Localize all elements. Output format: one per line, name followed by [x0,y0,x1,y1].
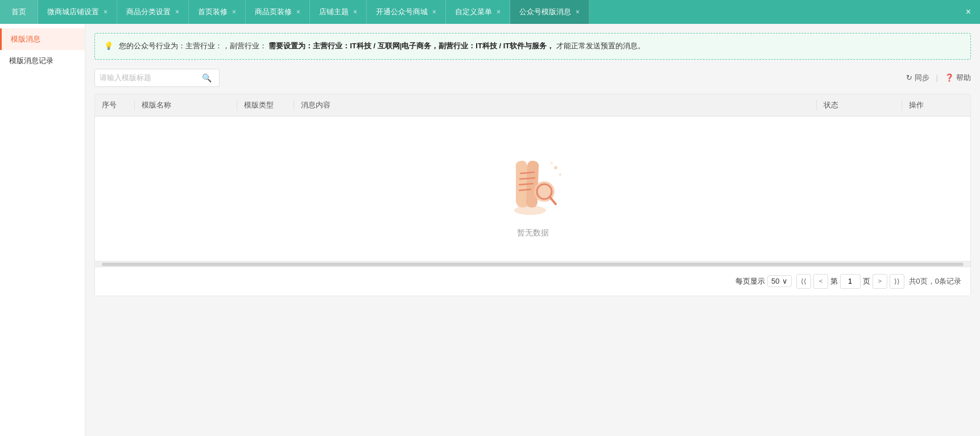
tab-open-wechat-mall-label: 开通公众号商城 [376,7,428,17]
pagination: 每页显示 50 ∨ ⟨⟨ ＜ 第 页 ＞ ⟩⟩ 共0页，0条记录 [95,267,970,296]
tab-homepage-decoration-close[interactable]: × [232,8,236,16]
tab-product-category-close[interactable]: × [175,8,179,16]
tab-home-label: 首页 [11,7,26,17]
svg-point-9 [559,173,561,176]
tab-template-message-label: 公众号模版消息 [519,7,571,17]
prev-page-button[interactable]: ＜ [813,274,828,289]
toolbar: 🔍 ↻ 同步 | ❓ 帮助 [94,69,971,87]
svg-line-7 [550,197,556,204]
info-banner-prefix: 您的公众号行业为：主营行业：，副营行业： [119,41,267,50]
th-name: 模版名称 [135,100,237,110]
tab-wechat-shop[interactable]: 微商城店铺设置 × [38,0,117,24]
search-icon[interactable]: 🔍 [202,73,212,82]
sync-button[interactable]: ↻ 同步 [906,73,929,83]
svg-point-10 [551,162,553,164]
sync-icon: ↻ [906,73,912,82]
page-size-select: 每页显示 50 ∨ [735,275,791,287]
content-area: 💡 您的公众号行业为：主营行业：，副营行业： 需要设置为：主营行业：IT科技 /… [85,24,980,436]
info-banner-suffix: 才能正常发送预置的消息。 [556,41,645,50]
th-content: 消息内容 [294,100,817,110]
main-layout: 模版消息 模版消息记录 💡 您的公众号行业为：主营行业：，副营行业： 需要设置为… [0,24,980,436]
table-header: 序号 模版名称 模版类型 消息内容 状态 操作 [95,94,970,117]
tab-product-decoration-label: 商品页装修 [255,7,292,17]
window-close-button[interactable]: × [957,0,980,24]
th-status: 状态 [817,100,902,110]
th-index: 序号 [95,100,135,110]
tab-shop-theme[interactable]: 店铺主题 × [310,0,367,24]
th-type: 模版类型 [237,100,294,110]
total-info: 共0页，0条记录 [909,276,961,286]
sidebar-item-template-msg-label: 模版消息 [11,35,40,43]
tab-product-category[interactable]: 商品分类设置 × [117,0,189,24]
sidebar-item-template-msg-record[interactable]: 模版消息记录 [0,50,85,72]
tab-custom-menu[interactable]: 自定义菜单 × [446,0,510,24]
tab-wechat-shop-label: 微商城店铺设置 [47,7,99,17]
info-banner: 💡 您的公众号行业为：主营行业：，副营行业： 需要设置为：主营行业：IT科技 /… [94,33,971,60]
info-banner-highlight: 需要设置为：主营行业：IT科技 / 互联网|电子商务，副营行业：IT科技 / I… [268,41,554,50]
empty-text: 暂无数据 [517,228,549,238]
tab-homepage-decoration-label: 首页装修 [198,7,228,17]
svg-point-8 [554,166,557,169]
search-box[interactable]: 🔍 [94,69,220,87]
tab-wechat-shop-close[interactable]: × [104,8,107,16]
sync-label: 同步 [915,73,929,83]
empty-illustration [499,151,567,219]
toolbar-divider: | [936,73,938,82]
tab-custom-menu-label: 自定义菜单 [455,7,492,17]
help-button[interactable]: ❓ 帮助 [945,73,971,83]
tab-shop-theme-close[interactable]: × [353,8,357,16]
tab-product-decoration-close[interactable]: × [296,8,300,16]
tab-custom-menu-close[interactable]: × [497,8,501,16]
search-input[interactable] [100,73,202,82]
next-page-button[interactable]: ＞ [873,274,887,289]
page-size-label: 每页显示 [735,276,765,286]
tab-open-wechat-mall[interactable]: 开通公众号商城 × [367,0,446,24]
page-word-after: 页 [863,276,870,286]
tab-homepage-decoration[interactable]: 首页装修 × [189,0,246,24]
top-nav: 首页 微商城店铺设置 × 商品分类设置 × 首页装修 × 商品页装修 × 店铺主… [0,0,980,24]
sidebar-item-template-msg-record-label: 模版消息记录 [9,56,53,65]
bulb-icon: 💡 [104,41,113,50]
help-circle-icon: ❓ [945,73,954,82]
table-container: 序号 模版名称 模版类型 消息内容 状态 操作 [94,94,971,296]
th-action: 操作 [902,100,970,110]
sidebar: 模版消息 模版消息记录 [0,24,85,436]
tab-template-message[interactable]: 公众号模版消息 × [510,0,589,24]
empty-state: 暂无数据 [95,117,970,261]
last-page-button[interactable]: ⟩⟩ [890,274,904,289]
tab-home[interactable]: 首页 [0,0,38,24]
tab-shop-theme-label: 店铺主题 [319,7,349,17]
help-label: 帮助 [956,73,971,83]
page-word-before: 第 [830,276,838,286]
toolbar-right: ↻ 同步 | ❓ 帮助 [906,73,971,83]
scrollbar-track[interactable] [102,263,964,266]
page-size-dropdown[interactable]: 50 ∨ [767,275,791,287]
first-page-button[interactable]: ⟨⟨ [796,274,811,289]
sidebar-item-template-msg[interactable]: 模版消息 [0,28,85,50]
page-size-value: 50 [771,277,779,285]
page-nav: ⟨⟨ ＜ 第 页 ＞ ⟩⟩ [796,274,904,289]
current-page-input[interactable] [840,274,861,289]
tab-product-category-label: 商品分类设置 [126,7,171,17]
tab-product-decoration[interactable]: 商品页装修 × [246,0,310,24]
tab-open-wechat-mall-close[interactable]: × [432,8,436,16]
chevron-down-icon: ∨ [782,277,788,285]
scrollbar-area[interactable] [95,261,970,267]
tab-template-message-close[interactable]: × [576,8,580,16]
